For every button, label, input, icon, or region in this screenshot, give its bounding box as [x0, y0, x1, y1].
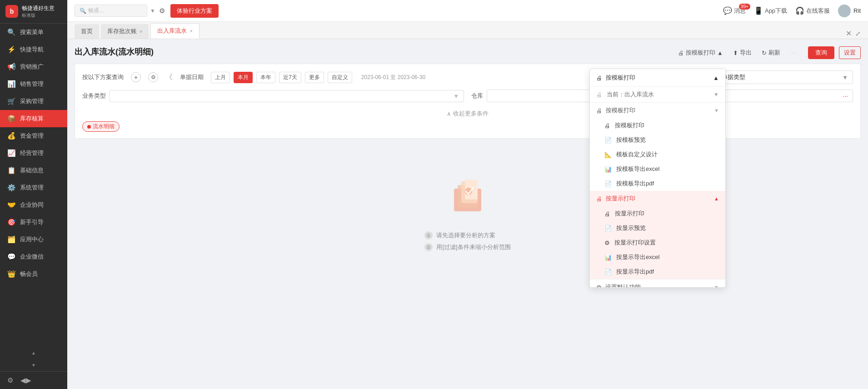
warehouse-more-icon[interactable]: ··· [843, 92, 848, 100]
template-pdf-item[interactable]: 📄 按模板导出pdf [590, 176, 725, 191]
display-excel-icon: 📊 [604, 254, 612, 261]
logo-text: 畅捷通好生意 标准版 [22, 5, 55, 19]
template-section-header[interactable]: 🖨 按模板打印 ▼ [590, 103, 725, 118]
date-btn-current[interactable]: 本月 [234, 72, 253, 83]
refresh-button[interactable]: ↻ 刷新 [759, 47, 783, 59]
sidebar-item-finance[interactable]: 💰资金管理 [0, 127, 67, 145]
display-settings-icon: ⚙ [604, 239, 610, 246]
sidebar-item-search[interactable]: 🔍搜索菜单 [0, 24, 67, 41]
topbar-right: 💬 消息 99+ 📱 App下载 🎧 在线客服 Rit [723, 5, 861, 17]
date-btn-year[interactable]: 本年 [256, 72, 275, 83]
print-dropdown-panel: 🖨 按模板打印 ▲ 🖨 当前：出入库流水 ▼ [589, 69, 726, 288]
display-settings-item[interactable]: ⚙ 按显示打印设置 [590, 235, 725, 250]
date-btn-week7[interactable]: 近7天 [279, 72, 301, 83]
display-pdf-item[interactable]: 📄 按显示导出pdf [590, 264, 725, 279]
dropdown-collapse-icon[interactable]: ▲ [713, 75, 719, 81]
active-filter-tag[interactable]: 流水明细 [82, 121, 120, 132]
display-print-item[interactable]: 🖨 按显示打印 [590, 206, 725, 221]
logo-icon: b [5, 5, 18, 18]
display-preview-item[interactable]: 📄 按显示预览 [590, 221, 725, 235]
export-button[interactable]: ⬆ 导出 [730, 47, 754, 59]
date-btn-prev[interactable]: 上月 [211, 72, 230, 83]
filter-collapse-icon[interactable]: 《 [165, 73, 173, 82]
template-excel-item[interactable]: 📊 按模板导出excel [590, 162, 725, 176]
message-icon-item[interactable]: 💬 消息 99+ [723, 6, 746, 15]
footer-chevron: ▼ [714, 284, 719, 287]
sidebar-item-shortcut[interactable]: ⚡快捷导航 [0, 41, 67, 58]
date-btn-more[interactable]: 更多 [305, 72, 324, 83]
sidebar-item-operation[interactable]: 📈经营管理 [0, 145, 67, 162]
display-section-header[interactable]: 🖨 按显示打印 ▲ [590, 191, 725, 206]
sidebar-item-sales[interactable]: 📊销售管理 [0, 75, 67, 93]
display-excel-item[interactable]: 📊 按显示导出excel [590, 250, 725, 264]
query-button[interactable]: 查询 [808, 46, 834, 59]
settings-button[interactable]: 设置 [839, 46, 861, 59]
current-template-item[interactable]: 🖨 当前：出入库流水 ▼ [590, 87, 725, 103]
filter-add-button[interactable]: + [131, 72, 141, 82]
sidebar-item-newbie[interactable]: 🎯新手引导 [0, 214, 67, 231]
tab-close-icon[interactable]: × [140, 29, 142, 34]
collapse-sidebar-icon[interactable]: ◀▶ [20, 376, 31, 384]
doc-type-chevron: ▼ [842, 74, 848, 81]
settings-icon[interactable]: ⚙ [7, 376, 13, 384]
biz-type-label: 业务类型 [82, 92, 106, 100]
sidebar-item-enterprise[interactable]: 🤝企业协同 [0, 196, 67, 214]
tab-close-icon[interactable]: × [190, 28, 192, 34]
sidebar-item-label: 企业微信 [20, 253, 44, 261]
window-maximize-icon[interactable]: ⤢ [855, 30, 861, 37]
tab-label: 出入库流水 [157, 27, 187, 35]
search-box[interactable]: 🔍 畅通... [75, 5, 147, 17]
enterprise-icon: 🤝 [7, 201, 15, 209]
collapse-row[interactable]: ∧ 收起更多条件 [82, 108, 853, 118]
sidebar-item-vip[interactable]: 👑畅会员 [0, 265, 67, 283]
sidebar-item-label: 销售管理 [20, 80, 44, 88]
template-custom-item[interactable]: 📐 模板自定义设计 [590, 147, 725, 162]
date-label: 单据日期 [180, 73, 204, 81]
user-avatar-box[interactable]: Rit [838, 5, 861, 17]
user-name: Rit [853, 7, 861, 14]
app-download-item[interactable]: 📱 App下载 [754, 6, 787, 15]
warehouse-label: 仓库 [471, 92, 483, 100]
dropdown-footer[interactable]: ⚙ 设置默认功能 ▼ [590, 279, 725, 287]
sidebar-scroll-up[interactable]: ▲ [30, 349, 38, 357]
tab-batch[interactable]: 库存批次账× [101, 24, 149, 39]
refresh-icon: ↻ [762, 50, 767, 56]
sidebar-item-system[interactable]: ⚙️系统管理 [0, 179, 67, 196]
sidebar-item-wechat[interactable]: 💬企业微信 [0, 248, 67, 265]
message-icon: 💬 [723, 6, 732, 15]
topbar-left: 🔍 畅通... ▼ ⚙ 体验行业方案 [75, 4, 723, 18]
collapse-icon: ∧ [447, 110, 451, 117]
avatar [838, 5, 851, 17]
tab-flow[interactable]: 出入库流水× [150, 23, 199, 39]
topbar-settings-icon[interactable]: ⚙ [159, 7, 165, 15]
template-preview-item[interactable]: 📄 按模板预览 [590, 133, 725, 147]
sidebar-item-appstore[interactable]: 🗂️应用中心 [0, 231, 67, 248]
tab-label: 库存批次账 [107, 27, 137, 35]
sidebar-item-label: 经营管理 [20, 149, 44, 157]
template-print-item[interactable]: 🖨 按模板打印 [590, 118, 725, 133]
window-close-icon[interactable]: ✕ [846, 29, 852, 38]
tab-home[interactable]: 首页 [75, 24, 99, 39]
toolbar-area: 🖨 按模板打印 ▲ 🖨 按模板打印 ▲ [675, 46, 861, 59]
print-template-button[interactable]: 🖨 按模板打印 ▲ [675, 47, 726, 59]
search-icon: 🔍 [7, 28, 15, 36]
sidebar-item-basic[interactable]: 📋基础信息 [0, 162, 67, 179]
biz-type-input[interactable]: ▼ [110, 90, 464, 102]
sidebar-item-label: 畅会员 [20, 270, 38, 278]
sidebar-item-purchase[interactable]: 🛒采购管理 [0, 93, 67, 110]
sidebar-scroll-down[interactable]: ▼ [30, 361, 38, 369]
doc-type-dropdown[interactable]: 单据类型 ▼ [717, 70, 853, 84]
sidebar-item-inventory[interactable]: 📦库存核算 [0, 110, 67, 127]
search-dropdown-icon[interactable]: ▼ [150, 8, 155, 14]
date-btn-custom[interactable]: 自定义 [328, 72, 352, 83]
trial-button[interactable]: 体验行业方案 [170, 4, 219, 18]
empty-state: ① 请先选择要分析的方案 ② 用[过滤]条件来缩小分析范围 [75, 139, 861, 289]
sidebar-item-marketing[interactable]: 📢营销推广 [0, 58, 67, 75]
template-section: 🖨 按模板打印 ▼ 🖨 按模板打印 📄 按模 [590, 103, 725, 191]
dropdown-header: 🖨 按模板打印 ▲ [590, 69, 725, 87]
online-service-item[interactable]: 🎧 在线客服 [795, 6, 830, 15]
system-icon: ⚙️ [7, 184, 15, 192]
filter-settings-button[interactable]: ⚙ [148, 72, 158, 82]
template-custom-icon: 📐 [604, 151, 612, 158]
dropdown-scroll: 🖨 按模板打印 ▲ 🖨 当前：出入库流水 ▼ [590, 69, 725, 287]
